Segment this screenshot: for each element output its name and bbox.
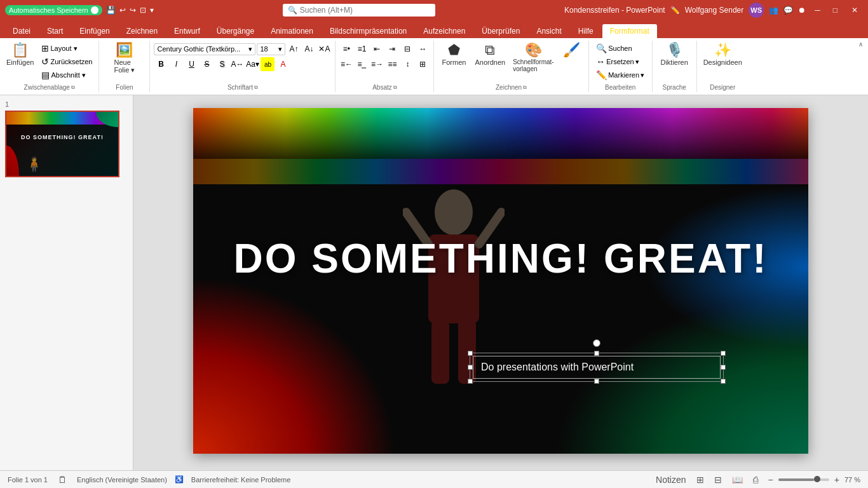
- normal-view-icon[interactable]: ⊞: [694, 473, 707, 486]
- bold-btn[interactable]: B: [154, 57, 168, 71]
- diktieren-btn[interactable]: 🎙️ Diktieren: [657, 42, 692, 67]
- strikethrough-btn[interactable]: S: [200, 57, 214, 71]
- einfuegen-btn[interactable]: 📋 Einfügen: [4, 42, 36, 67]
- markieren-btn[interactable]: ✏️ Markieren ▾: [593, 69, 647, 81]
- justify-btn[interactable]: ≡≡: [385, 57, 399, 71]
- presenter-view-icon[interactable]: ⎙: [750, 473, 761, 486]
- record-icon[interactable]: ⏺: [798, 6, 806, 15]
- schnellformat-btn[interactable]: 🎨 Schnellformat-vorlagen: [510, 42, 556, 74]
- tab-aufzeichnen[interactable]: Aufzeichnen: [416, 24, 473, 38]
- numbered-btn[interactable]: ≡1: [355, 42, 369, 56]
- collapse-ribbon-btn[interactable]: ∧: [858, 41, 863, 48]
- decrease-size-btn[interactable]: A↓: [302, 42, 316, 56]
- close-btn[interactable]: ✕: [846, 4, 863, 16]
- undo-icon[interactable]: ↩: [119, 6, 126, 15]
- anordnen-btn[interactable]: ⧉ Anordnen: [472, 42, 508, 67]
- tab-hilfe[interactable]: Hilfe: [571, 24, 601, 38]
- schriftart-content: Century Gothic (Textkörp... ▾ 18 ▾ A↑ A↓…: [154, 42, 331, 83]
- italic-btn[interactable]: I: [169, 57, 183, 71]
- farbe-btn[interactable]: 🖌️: [559, 42, 585, 58]
- underline-btn[interactable]: U: [184, 57, 198, 71]
- notes-label[interactable]: Notizen: [653, 473, 688, 486]
- sprache-content: 🎙️ Diktieren: [657, 42, 692, 83]
- tab-ueberpruefen[interactable]: Überprüfen: [474, 24, 527, 38]
- tab-uebergaenge[interactable]: Übergänge: [209, 24, 262, 38]
- neue-folie-btn[interactable]: 🖼️ NeueFolie ▾: [105, 42, 144, 76]
- font-color-btn[interactable]: A: [276, 57, 290, 71]
- zuruecksetzen-btn[interactable]: ↺ Zurücksetzen: [39, 55, 95, 68]
- layout-btn[interactable]: ⊞ Layout ▾: [39, 42, 95, 55]
- ersetzen-btn[interactable]: ↔ Ersetzen ▾: [593, 55, 647, 68]
- save-icon[interactable]: 💾: [106, 6, 116, 15]
- tab-start[interactable]: Start: [39, 24, 71, 38]
- font-dropdown-icon: ▾: [248, 45, 252, 53]
- tab-zeichnen[interactable]: Zeichnen: [119, 24, 165, 38]
- accessibility-icon: ♿: [175, 475, 184, 484]
- pen-icon[interactable]: ✏️: [670, 6, 680, 15]
- bullets-btn[interactable]: ≡•: [339, 42, 353, 56]
- char-spacing-btn[interactable]: A↔: [230, 57, 244, 71]
- tab-bildschirm[interactable]: Bildschirmpräsentation: [322, 24, 414, 38]
- slide-main-title[interactable]: DO SOMETHING! GREAT!: [193, 235, 808, 282]
- dir-btn[interactable]: ↔: [416, 42, 430, 56]
- notes-btn[interactable]: 🗒: [55, 473, 69, 486]
- suchen-btn[interactable]: 🔍 Suchen: [593, 42, 647, 55]
- increase-size-btn[interactable]: A↑: [287, 42, 301, 56]
- slide-number: 1: [5, 100, 128, 108]
- minimize-btn[interactable]: ─: [811, 4, 824, 16]
- align-center-btn[interactable]: ≡⎯: [355, 57, 369, 71]
- clear-format-btn[interactable]: ✕A: [317, 42, 331, 56]
- comment-icon[interactable]: 💬: [783, 6, 793, 15]
- expand-zeichnen-icon[interactable]: ⧉: [523, 85, 527, 91]
- zoom-plus-btn[interactable]: +: [832, 473, 842, 486]
- zoom-bar[interactable]: [778, 478, 829, 481]
- diktieren-label: Diktieren: [660, 58, 688, 66]
- designideen-btn[interactable]: ✨ Designideen: [701, 42, 745, 67]
- tab-einfuegen[interactable]: Einfügen: [72, 24, 117, 38]
- layout-icon: ⊞: [41, 43, 49, 53]
- slide-thumbnail[interactable]: DO SOMETHING! GREAT! 🧍: [5, 111, 119, 177]
- autosave-toggle[interactable]: Automatisches Speichern: [5, 5, 102, 15]
- user-avatar[interactable]: WS: [749, 3, 764, 18]
- highlight-btn[interactable]: ab: [261, 57, 275, 71]
- line-spacing-btn[interactable]: ↕: [400, 57, 414, 71]
- zoom-minus-btn[interactable]: −: [766, 473, 776, 486]
- custom-quick-icon[interactable]: ⊡: [140, 6, 146, 15]
- font-row2: B I U S S A↔ Aa▾ ab A: [154, 57, 290, 71]
- search-input[interactable]: [300, 6, 414, 15]
- decrease-indent-btn[interactable]: ⇤: [370, 42, 384, 56]
- align-right-btn[interactable]: ≡→: [370, 57, 384, 71]
- align-left-btn[interactable]: ≡←: [339, 57, 353, 71]
- change-case-btn[interactable]: Aa▾: [245, 57, 259, 71]
- font-selector[interactable]: Century Gothic (Textkörp... ▾: [154, 43, 255, 55]
- reading-view-icon[interactable]: 📖: [729, 473, 745, 486]
- tab-formformat[interactable]: Formformat: [602, 24, 657, 38]
- columns-btn[interactable]: ⊟: [400, 42, 414, 56]
- tab-datei[interactable]: Datei: [5, 24, 38, 38]
- absatz-row1: ≡• ≡1 ⇤ ⇥ ⊟ ↔: [339, 42, 430, 56]
- expand-zwischenablage-icon[interactable]: ⧉: [71, 85, 75, 91]
- tab-animationen[interactable]: Animationen: [263, 24, 321, 38]
- formen-btn[interactable]: ⬟ Formen: [438, 42, 470, 67]
- share-icon[interactable]: 👥: [769, 6, 778, 15]
- expand-absatz-icon[interactable]: ⧉: [393, 85, 397, 91]
- slide-canvas[interactable]: DO SOMETHING! GREAT! Do presentations wi…: [193, 108, 808, 454]
- increase-indent-btn[interactable]: ⇥: [385, 42, 399, 56]
- restore-btn[interactable]: □: [829, 4, 841, 16]
- shadow-btn[interactable]: S: [215, 57, 229, 71]
- tab-ansicht[interactable]: Ansicht: [529, 24, 569, 38]
- subtitle-textbox[interactable]: Do presentations with PowerPoint: [473, 356, 721, 379]
- slide-sorter-icon[interactable]: ⊟: [712, 473, 724, 486]
- font-size-selector[interactable]: 18 ▾: [257, 43, 285, 55]
- expand-schriftart-icon[interactable]: ⧉: [254, 85, 258, 91]
- thumb-figure: 🧍: [25, 156, 43, 173]
- redo-icon[interactable]: ↪: [130, 6, 136, 15]
- more-icon[interactable]: ▾: [150, 6, 154, 15]
- designideen-icon: ✨: [714, 43, 731, 57]
- search-box[interactable]: 🔍: [283, 4, 435, 17]
- zoom-thumb[interactable]: [814, 476, 820, 482]
- abschnitt-btn[interactable]: ▤ Abschnitt ▾: [39, 69, 95, 81]
- tab-entwurf[interactable]: Entwurf: [166, 24, 208, 38]
- slide-subtitle[interactable]: Do presentations with PowerPoint: [481, 362, 712, 373]
- smartart-btn[interactable]: ⊞: [416, 57, 430, 71]
